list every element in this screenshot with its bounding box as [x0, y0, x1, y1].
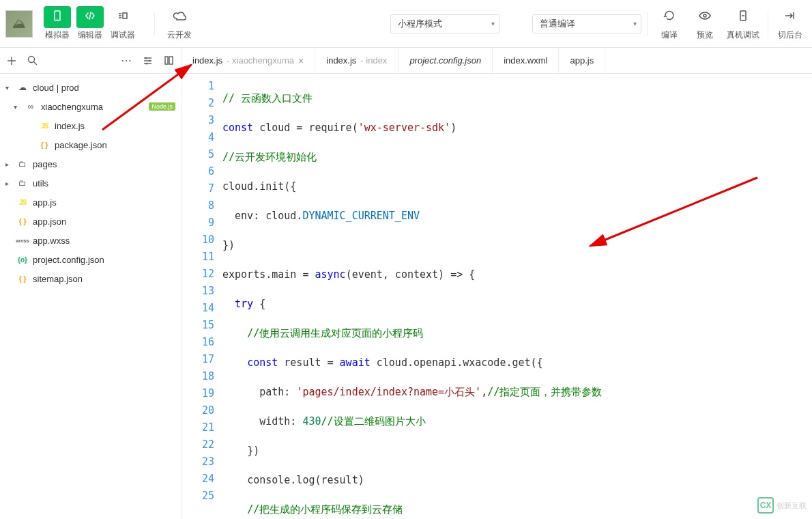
file-type-icon: JS: [16, 199, 29, 206]
cloud-dev-button[interactable]: [166, 6, 193, 28]
switch-icon: [783, 9, 797, 23]
file-tree-item[interactable]: { }app.json: [0, 212, 181, 231]
file-tree-item[interactable]: JSindex.js: [0, 116, 181, 135]
add-file-button[interactable]: [7, 56, 16, 66]
file-tree-item[interactable]: JSapp.js: [0, 193, 181, 212]
line-number: 3: [182, 112, 214, 129]
debugger-button[interactable]: [109, 6, 136, 28]
code-icon: [83, 9, 97, 23]
file-type-icon: 🗀: [16, 178, 29, 188]
tree-item-label: xiaochengxuma: [41, 102, 145, 112]
file-type-icon: 🗀: [16, 159, 29, 169]
line-number: 5: [182, 146, 214, 163]
editor-tab[interactable]: project.config.json: [398, 48, 493, 73]
svg-point-6: [149, 60, 151, 62]
file-tree-item[interactable]: {o}project.config.json: [0, 250, 181, 269]
line-number: 20: [182, 402, 214, 419]
mode-select-value: 小程序模式: [398, 18, 442, 30]
tree-arrow-icon: ▾: [14, 103, 20, 111]
tree-item-label: package.json: [55, 140, 175, 150]
svg-rect-9: [169, 57, 173, 64]
view-mode-group: 模拟器 编辑器 调试器: [44, 6, 136, 41]
avatar[interactable]: ⛰: [5, 10, 33, 38]
line-number: 4: [182, 129, 214, 146]
editor-tab[interactable]: app.js: [559, 48, 605, 73]
watermark-logo-icon: CX: [757, 497, 774, 514]
cloud-dev-label: 云开发: [167, 29, 192, 41]
mode-select[interactable]: 小程序模式 ▾: [390, 14, 499, 33]
line-number: 9: [182, 214, 214, 232]
tab-title: app.js: [570, 55, 594, 66]
file-type-icon: { }: [16, 275, 29, 283]
remote-debug-label: 真机调试: [727, 29, 759, 41]
watermark-text: 创新互联: [777, 501, 807, 511]
settings-icon[interactable]: [143, 55, 153, 66]
line-number: 2: [182, 95, 214, 112]
code-editor[interactable]: 1234567891011121314151617181920212223242…: [182, 74, 812, 519]
tree-item-label: index.js: [55, 121, 175, 131]
divider: [154, 12, 155, 36]
eye-icon: [698, 9, 712, 23]
line-number: 10: [182, 232, 214, 249]
preview-button[interactable]: [691, 6, 719, 28]
editor-tab[interactable]: index.wxml: [493, 48, 559, 73]
line-number: 19: [182, 385, 214, 402]
svg-rect-8: [165, 57, 168, 64]
top-toolbar: ⛰ 模拟器 编辑器 调试器: [0, 0, 812, 48]
compile-button[interactable]: [656, 6, 683, 28]
caret-icon: ▾: [633, 20, 637, 27]
file-type-icon: ∞: [25, 102, 37, 111]
editor-tabs: index.js - xiaochengxuma×index.js - inde…: [182, 48, 812, 73]
svg-point-1: [57, 18, 58, 20]
line-gutter: 1234567891011121314151617181920212223242…: [182, 74, 222, 519]
file-tree-item[interactable]: ▸🗀pages: [0, 154, 181, 173]
file-tree-item[interactable]: ▾☁cloud | prod: [0, 78, 181, 97]
file-tree-item[interactable]: { }package.json: [0, 135, 181, 154]
main-area: ▾☁cloud | prod▾∞xiaochengxumaNode.jsJSin…: [0, 74, 812, 519]
line-number: 6: [182, 163, 214, 180]
search-button[interactable]: [27, 55, 38, 66]
close-icon[interactable]: ×: [298, 55, 304, 66]
background-button[interactable]: [777, 6, 804, 28]
tab-title: index.wxml: [504, 55, 547, 66]
more-button[interactable]: ⋯: [121, 54, 132, 67]
line-number: 16: [182, 334, 214, 351]
cloud-icon: [173, 9, 186, 23]
file-tree-item[interactable]: ▸🗀utils: [0, 173, 181, 193]
line-number: 18: [182, 368, 214, 385]
editor-tab[interactable]: index.js - xiaochengxuma×: [182, 48, 315, 73]
file-tree-item[interactable]: { }sitemap.json: [0, 269, 181, 288]
code-content[interactable]: // 云函数入口文件 const cloud = require('wx-ser…: [222, 74, 812, 519]
preview-label: 预览: [697, 29, 713, 41]
file-explorer: ▾☁cloud | prod▾∞xiaochengxumaNode.jsJSin…: [0, 74, 182, 519]
debugger-label: 调试器: [111, 29, 135, 41]
editor-tab[interactable]: index.js - index: [315, 48, 398, 73]
line-number: 17: [182, 351, 214, 368]
file-type-icon: { }: [16, 218, 29, 225]
simulator-button[interactable]: [44, 6, 71, 28]
divider: [647, 12, 648, 36]
caret-icon: ▾: [491, 20, 495, 27]
line-number: 14: [182, 300, 214, 317]
file-tree-item[interactable]: ▾∞xiaochengxumaNode.js: [0, 97, 181, 116]
tree-item-label: app.js: [33, 197, 175, 208]
compile-label: 编译: [661, 29, 678, 41]
phone-debug-icon: [736, 9, 750, 23]
line-number: 1: [182, 78, 214, 95]
remote-debug-button[interactable]: [729, 6, 757, 28]
svg-point-2: [704, 14, 706, 17]
compile-select[interactable]: 普通编译 ▾: [532, 14, 641, 33]
file-type-icon: JS: [38, 122, 50, 130]
collapse-icon[interactable]: [164, 55, 174, 66]
explorer-tools: ⋯: [0, 48, 182, 73]
line-number: 7: [182, 180, 214, 197]
file-tree-item[interactable]: wxssapp.wxss: [0, 231, 181, 250]
line-number: 13: [182, 283, 214, 300]
file-type-icon: wxss: [16, 238, 29, 244]
divider: [768, 12, 768, 36]
tree-item-label: sitemap.json: [33, 274, 175, 284]
refresh-icon: [663, 9, 676, 23]
tree-item-label: project.config.json: [33, 255, 175, 265]
editor-button[interactable]: [76, 6, 104, 28]
compile-select-value: 普通编译: [540, 18, 575, 30]
